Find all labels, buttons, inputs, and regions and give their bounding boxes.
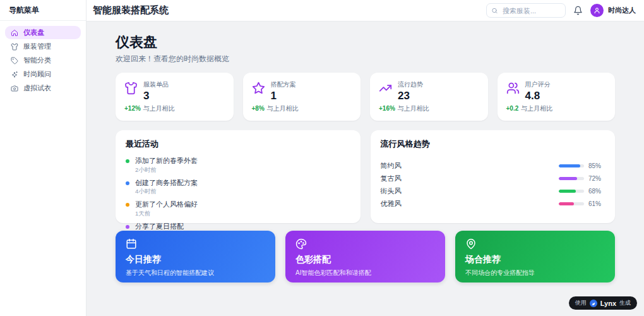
sidebar: 导航菜单 仪表盘 服装管理 智能分类 时尚顾问: [0, 0, 86, 316]
panels-row: 最近活动 添加了新的春季外套 2小时前 创建了商务搭配: [116, 130, 615, 223]
activity-dot: [126, 225, 129, 229]
progress-bar-fill: [559, 177, 577, 180]
action-desc: AI智能色彩匹配和和谐搭配: [295, 269, 435, 277]
action-desc: 基于天气和日程的智能搭配建议: [126, 269, 265, 277]
action-card-color-matching[interactable]: 色彩搭配 AI智能色彩匹配和和谐搭配: [285, 231, 445, 283]
stat-delta: +0.2: [506, 105, 519, 112]
sidebar-item-label: 时尚顾问: [23, 70, 51, 79]
search-box: [486, 3, 566, 18]
header-actions: 时尚达人: [486, 3, 636, 18]
badge-prefix: 使用: [575, 299, 587, 307]
stat-delta: +8%: [252, 105, 265, 112]
activity-time: 4小时前: [135, 188, 198, 196]
lynx-logo-icon: [590, 300, 597, 307]
stat-label: 服装单品: [143, 80, 169, 89]
shirt-icon: [11, 43, 18, 51]
list-item[interactable]: 添加了新的春季外套 2小时前: [126, 157, 350, 174]
user-name: 时尚达人: [608, 6, 636, 15]
progress-bar-fill: [559, 190, 576, 193]
calendar-icon: [126, 238, 265, 250]
trend-percent: 72%: [588, 175, 605, 182]
trend-percent: 61%: [588, 200, 605, 207]
avatar: [590, 4, 604, 17]
stats-row: 服装单品 3 +12%与上月相比 搭配方案: [116, 73, 615, 121]
map-pin-icon: [465, 238, 605, 250]
sidebar-item-fashion-advisor[interactable]: 时尚顾问: [5, 68, 81, 81]
tag-icon: [11, 57, 18, 64]
sidebar-item-virtual-fitting[interactable]: 虚拟试衣: [5, 82, 81, 95]
home-icon: [11, 29, 18, 37]
stat-value: 1: [271, 90, 296, 101]
sidebar-item-dashboard[interactable]: 仪表盘: [5, 26, 81, 39]
user-chip[interactable]: 时尚达人: [590, 4, 636, 17]
trend-percent: 85%: [588, 162, 605, 169]
page-subtitle: 欢迎回来！查看您的时尚数据概览: [116, 54, 615, 64]
recent-activity-panel: 最近活动 添加了新的春季外套 2小时前 创建了商务搭配: [116, 130, 361, 223]
sidebar-nav: 仪表盘 服装管理 智能分类 时尚顾问 虚拟试衣: [0, 21, 86, 100]
stat-delta: +16%: [379, 105, 395, 112]
panel-title: 流行风格趋势: [381, 138, 605, 150]
stat-comparison: +12%与上月相比: [124, 104, 225, 113]
sidebar-item-label: 智能分类: [23, 56, 51, 65]
sidebar-title: 导航菜单: [0, 0, 86, 21]
activity-list: 添加了新的春季外套 2小时前 创建了商务搭配方案 4小时前: [126, 157, 350, 240]
progress-bar: [559, 164, 584, 167]
activity-dot: [126, 203, 129, 207]
app-title: 智能服装搭配系统: [93, 4, 169, 16]
trend-label: 街头风: [381, 186, 559, 196]
action-desc: 不同场合的专业搭配指导: [465, 269, 605, 277]
badge-brand: Lynx: [600, 300, 616, 307]
badge-suffix: 生成: [619, 299, 631, 307]
stat-card-clothing-items[interactable]: 服装单品 3 +12%与上月相比: [116, 73, 234, 121]
activity-text: 更新了个人风格偏好: [135, 200, 198, 209]
trend-label: 复古风: [381, 174, 559, 183]
action-card-daily-recommendation[interactable]: 今日推荐 基于天气和日程的智能搭配建议: [116, 231, 275, 283]
stat-card-outfit-plans[interactable]: 搭配方案 1 +8%与上月相比: [243, 73, 361, 121]
top-header: 智能服装搭配系统 时尚达人: [86, 0, 644, 21]
progress-bar-fill: [559, 202, 574, 205]
actions-row: 今日推荐 基于天气和日程的智能搭配建议 色彩搭配 AI智能色彩匹配和和谐搭配 场…: [116, 231, 615, 283]
stat-card-user-rating[interactable]: 用户评分 4.8 +0.2与上月相比: [498, 73, 616, 121]
trend-row: 复古风 72%: [381, 172, 605, 185]
trend-label: 简约风: [381, 161, 559, 171]
stat-value: 3: [143, 90, 169, 101]
bell-icon[interactable]: [573, 6, 583, 15]
camera-icon: [11, 85, 18, 92]
activity-dot: [126, 159, 129, 163]
progress-bar: [559, 177, 584, 180]
trend-label: 优雅风: [381, 199, 559, 209]
sidebar-item-label: 服装管理: [23, 42, 51, 51]
trend-row: 优雅风 61%: [381, 197, 605, 210]
stat-value: 23: [398, 90, 423, 101]
progress-bar-fill: [559, 164, 580, 167]
activity-text: 添加了新的春季外套: [135, 157, 198, 165]
main-column: 智能服装搭配系统 时尚达人 仪表盘 欢迎回来！查看您的时尚数据概览: [86, 0, 644, 316]
style-trends-panel: 流行风格趋势 简约风 85% 复古风 72% 街: [371, 130, 616, 223]
stat-card-trends[interactable]: 流行趋势 23 +16%与上月相比: [370, 73, 488, 121]
palette-icon: [295, 238, 435, 250]
activity-dot: [126, 181, 129, 185]
trend-percent: 68%: [588, 188, 605, 195]
sidebar-item-label: 仪表盘: [23, 28, 44, 37]
action-title: 色彩搭配: [295, 254, 435, 265]
shirt-icon: [124, 82, 138, 95]
activity-text: 分享了夏日搭配: [135, 222, 184, 231]
search-icon: [491, 7, 498, 14]
sidebar-item-smart-classification[interactable]: 智能分类: [5, 54, 81, 67]
stat-comparison: +8%与上月相比: [252, 104, 352, 113]
list-item[interactable]: 更新了个人风格偏好 1天前: [126, 200, 350, 218]
sidebar-item-clothing-management[interactable]: 服装管理: [5, 40, 81, 53]
stat-label: 用户评分: [525, 80, 551, 89]
sidebar-item-label: 虚拟试衣: [23, 83, 51, 93]
trend-list: 简约风 85% 复古风 72% 街头风 68%: [381, 159, 605, 210]
action-card-occasion-recommendation[interactable]: 场合推荐 不同场合的专业搭配指导: [455, 231, 615, 283]
list-item[interactable]: 创建了商务搭配方案 4小时前: [126, 179, 350, 197]
stat-comparison: +16%与上月相比: [379, 104, 479, 113]
trending-up-icon: [379, 82, 392, 95]
stat-comparison: +0.2与上月相比: [506, 104, 607, 113]
main-content: 仪表盘 欢迎回来！查看您的时尚数据概览 服装单品 3 +12: [86, 21, 644, 316]
star-icon: [252, 82, 265, 95]
stat-delta: +12%: [124, 105, 141, 112]
page-title: 仪表盘: [116, 35, 615, 50]
lynx-generated-badge[interactable]: 使用 Lynx 生成: [569, 296, 637, 310]
